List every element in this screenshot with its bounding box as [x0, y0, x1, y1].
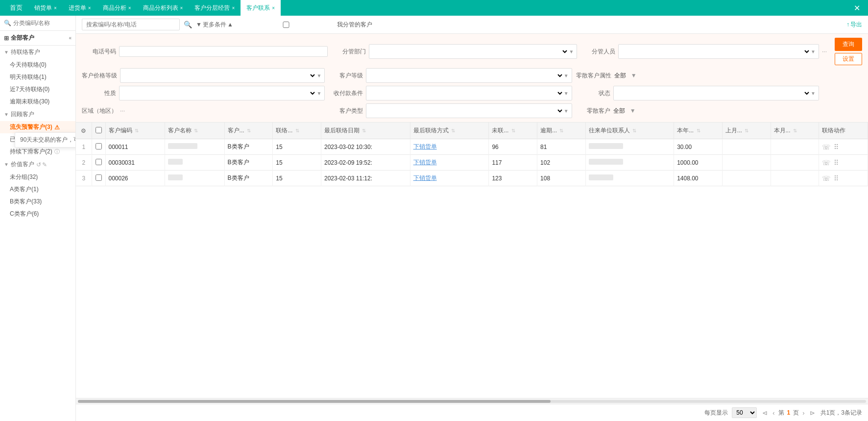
- first-page-button[interactable]: ⊲: [761, 409, 769, 417]
- sort-icon-thismonth[interactable]: ⇅: [793, 128, 797, 133]
- sidebar-all-customers[interactable]: ⊞ 全部客户 «: [0, 31, 75, 46]
- more-action-icon-2[interactable]: ⠿: [834, 159, 839, 167]
- retail-customer-value: 全部: [613, 107, 625, 115]
- more-action-icon-3[interactable]: ⠿: [834, 174, 839, 182]
- close-tab-purchaseorder[interactable]: ×: [88, 5, 91, 11]
- more-action-icon-1[interactable]: ⠿: [834, 143, 839, 151]
- lastmethod-link-1[interactable]: 下销货单: [413, 143, 437, 150]
- sort-icon-lastmonth[interactable]: ⇅: [745, 128, 748, 133]
- my-customers-checkbox[interactable]: [237, 22, 335, 28]
- row-notlinked-3: 123: [489, 171, 537, 186]
- sort-icon-notlinked[interactable]: ⇅: [511, 128, 515, 133]
- region-dots-button[interactable]: ···: [120, 107, 125, 114]
- retail-attr-dropdown-icon[interactable]: ▼: [631, 72, 637, 79]
- query-button[interactable]: 查询: [835, 38, 862, 51]
- more-conditions-button[interactable]: ▼ 更多条件 ▲: [196, 21, 233, 29]
- sort-icon-lastdate[interactable]: ⇅: [362, 128, 366, 133]
- sidebar-search-input[interactable]: [13, 20, 76, 26]
- advanced-filters-panel: 电话号码 分管部门 ▼ 分管人员 ▼ ···: [76, 34, 868, 123]
- sidebar-item-today-contact[interactable]: 今天待联络(0): [0, 59, 75, 71]
- row-name-1: [165, 139, 225, 155]
- row-select-checkbox-1[interactable]: [96, 143, 102, 149]
- phone-input[interactable]: [119, 46, 328, 57]
- per-page-select[interactable]: 50 100: [732, 407, 757, 418]
- settings-button[interactable]: 设置: [835, 53, 862, 65]
- sidebar-item-7day-contact[interactable]: 近7天待联络(0): [0, 83, 75, 96]
- manager-dots-button[interactable]: ···: [822, 48, 827, 55]
- retail-customer-dropdown-icon[interactable]: ▼: [630, 107, 636, 114]
- grid-icon: ⊞: [4, 35, 9, 42]
- dept-select[interactable]: [372, 46, 569, 57]
- sidebar-section-review[interactable]: ▼ 回顾客户: [0, 108, 75, 121]
- lastmethod-link-2[interactable]: 下销货单: [413, 159, 437, 166]
- collapse-icon[interactable]: «: [69, 35, 72, 41]
- payment-select[interactable]: [369, 88, 563, 99]
- close-tab-productanalysislist[interactable]: ×: [180, 5, 183, 11]
- select-all-checkbox[interactable]: [96, 127, 102, 133]
- last-page-button[interactable]: ⊳: [808, 409, 817, 417]
- export-button[interactable]: ↑ 导出: [846, 21, 862, 29]
- filter-payment: 收付款条件 ▼: [329, 86, 572, 100]
- current-page-number: 1: [787, 409, 791, 416]
- sort-icon-name[interactable]: ⇅: [194, 128, 198, 133]
- close-tab-productanalysis[interactable]: ×: [128, 5, 131, 11]
- table-settings-col[interactable]: ⚙: [76, 123, 92, 139]
- nav-tab-customerlayer[interactable]: 客户分层经营 ×: [189, 0, 241, 16]
- sidebar-item-cclass[interactable]: C类客户(6): [0, 208, 75, 220]
- lastmethod-link-3[interactable]: 下销货单: [413, 174, 437, 181]
- sidebar-item-tomorrow-contact[interactable]: 明天待联络(1): [0, 71, 75, 83]
- nav-tab-salesorder[interactable]: 销货单 ×: [28, 0, 63, 16]
- filter-phone: 电话号码: [82, 46, 328, 57]
- horizontal-scrollbar[interactable]: [76, 398, 868, 404]
- contactperson-blur-1: [589, 143, 623, 149]
- sort-icon-contactperson[interactable]: ⇅: [632, 128, 636, 133]
- nature-wrapper: ▼: [119, 86, 325, 100]
- contact-action-icon-3[interactable]: ☏: [822, 174, 831, 182]
- my-customers-checkbox-label[interactable]: 我分管的客户: [237, 21, 372, 29]
- sort-icon-code[interactable]: ⇅: [135, 128, 139, 133]
- row-thismonth-1: [771, 139, 819, 155]
- sort-icon-type[interactable]: ⇅: [247, 128, 251, 133]
- sidebar-item-overdue-contact[interactable]: 逾期未联络(30): [0, 96, 75, 108]
- window-close-button[interactable]: ✕: [850, 3, 864, 13]
- search-button[interactable]: 🔍: [184, 21, 192, 28]
- close-tab-salesorder[interactable]: ×: [54, 5, 57, 11]
- prev-page-button[interactable]: ‹: [771, 409, 776, 417]
- close-tab-customerlayer[interactable]: ×: [232, 5, 235, 11]
- nav-tab-productanalysis[interactable]: 商品分析 ×: [97, 0, 137, 16]
- nav-tab-customercontact[interactable]: 客户联系 ×: [241, 0, 281, 16]
- close-tab-customercontact[interactable]: ×: [272, 5, 275, 11]
- col-not-linked: 未联... ⇅: [489, 123, 537, 139]
- sidebar-item-aclass[interactable]: A类客户(1): [0, 183, 75, 196]
- scrollbar-thumb[interactable]: [78, 400, 551, 403]
- contact-action-icon-2[interactable]: ☏: [822, 159, 831, 167]
- search-input[interactable]: [82, 19, 180, 30]
- sort-icon-thisyear[interactable]: ⇅: [697, 128, 700, 133]
- customer-type-select[interactable]: [369, 105, 563, 116]
- nav-tab-purchaseorder[interactable]: 进货单 ×: [63, 0, 97, 16]
- sidebar-item-bclass[interactable]: B类客户(33): [0, 196, 75, 208]
- sidebar-item-churn-warning[interactable]: 流失预警客户(3) ⚠: [0, 121, 75, 133]
- manager-select[interactable]: [622, 46, 811, 57]
- sidebar-item-ungrouped[interactable]: 未分组(32): [0, 171, 75, 183]
- nature-select[interactable]: [122, 88, 316, 99]
- status-select[interactable]: [617, 88, 811, 99]
- next-page-button[interactable]: ›: [801, 409, 806, 417]
- row-select-checkbox-2[interactable]: [96, 159, 102, 165]
- price-level-select[interactable]: [123, 70, 316, 81]
- row-contactperson-1: [585, 139, 674, 155]
- sort-icon-overdue[interactable]: ⇅: [559, 128, 563, 133]
- nav-tab-productanalysislist[interactable]: 商品分析列表 ×: [137, 0, 189, 16]
- sort-icon-lastmethod[interactable]: ⇅: [451, 128, 455, 133]
- refresh-icon[interactable]: ↺: [36, 161, 41, 168]
- sidebar-section-pending[interactable]: ▼ 待联络客户: [0, 46, 75, 59]
- row-contactperson-2: [585, 155, 674, 171]
- contact-action-icon-1[interactable]: ☏: [822, 143, 831, 151]
- page-label: 第: [778, 409, 784, 417]
- nav-home[interactable]: 首页: [4, 0, 28, 16]
- customer-level-select[interactable]: [369, 70, 563, 81]
- sort-icon-contact[interactable]: ⇅: [295, 128, 299, 133]
- sidebar-section-value[interactable]: ▼ 价值客户 ↺ ✎: [0, 158, 75, 171]
- edit-icon[interactable]: ✎: [42, 161, 47, 168]
- row-select-checkbox-3[interactable]: [96, 174, 102, 181]
